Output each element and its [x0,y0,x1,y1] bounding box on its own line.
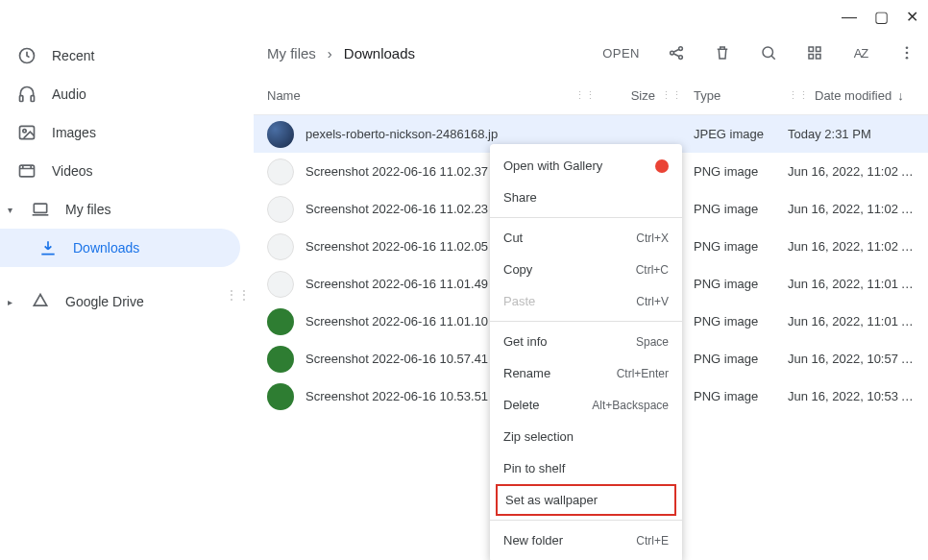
svg-rect-13 [809,55,814,60]
svg-rect-1 [20,96,23,102]
file-type: PNG image [682,314,788,329]
sidebar-item-label: Google Drive [65,294,144,309]
file-date: Jun 16, 2022, 11:01 A… [788,314,920,329]
sidebar-item-recent[interactable]: Recent [0,37,240,75]
window-controls: — ▢ ✕ [842,8,918,26]
sidebar-item-audio[interactable]: Audio [0,75,240,113]
file-type: PNG image [682,352,788,366]
file-date: Jun 16, 2022, 11:02 A… [788,164,920,179]
file-date: Today 2:31 PM [788,127,920,141]
sidebar-item-label: Audio [52,86,86,102]
sort-button[interactable]: AZ [851,43,870,62]
breadcrumb: My files › Downloads [267,45,602,61]
sidebar-item-label: My files [65,202,110,217]
svg-point-17 [906,57,909,60]
close-button[interactable]: ✕ [906,8,918,26]
search-icon[interactable] [759,43,778,62]
file-date: Jun 16, 2022, 10:57 A… [788,352,920,366]
chevron-down-icon: ▾ [4,205,15,215]
sidebar-item-label: Downloads [73,240,139,256]
image-icon [17,123,37,142]
delete-icon[interactable] [713,43,732,62]
column-headers: Name⋮⋮ Size⋮⋮ Type ⋮⋮Date modified↓ [254,77,928,115]
file-thumbnail [267,233,294,260]
header-type[interactable]: Type [694,88,720,103]
svg-point-4 [23,130,26,133]
file-thumbnail [267,271,294,298]
sidebar-item-label: Recent [52,48,94,63]
header-date[interactable]: Date modified [815,88,891,103]
sidebar-item-myfiles[interactable]: ▾ My files [0,190,240,229]
clock-icon [17,46,37,65]
menu-rename[interactable]: RenameCtrl+Enter [490,357,682,389]
svg-rect-12 [817,47,821,52]
header-size[interactable]: Size [631,88,655,103]
file-thumbnail [267,121,294,148]
drive-icon [31,292,50,311]
svg-rect-11 [809,47,814,52]
sidebar-item-downloads[interactable]: Downloads [0,229,240,267]
menu-open-gallery[interactable]: Open with Gallery [490,150,682,182]
file-date: Jun 16, 2022, 11:02 A… [788,239,920,254]
file-date: Jun 16, 2022, 11:02 A… [788,202,920,216]
menu-delete[interactable]: DeleteAlt+Backspace [490,389,682,421]
svg-point-10 [763,47,773,58]
open-button[interactable]: OPEN [602,46,640,61]
file-thumbnail [267,383,294,410]
header-name[interactable]: Name [267,88,301,103]
file-thumbnail [267,346,294,373]
menu-copy[interactable]: CopyCtrl+C [490,254,682,285]
menu-set-wallpaper[interactable]: Set as wallpaper [496,484,676,516]
menu-share[interactable]: Share [490,182,682,213]
chevron-right-icon: › [328,45,332,61]
file-type: JPEG image [682,127,788,141]
sidebar-item-googledrive[interactable]: ▸ Google Drive [0,282,240,321]
menu-separator [490,520,682,521]
sidebar: Recent Audio Images Videos ▾ My files Do… [0,29,240,329]
svg-point-16 [906,52,909,55]
context-menu: Open with Gallery Share CutCtrl+X CopyCt… [490,144,682,560]
chevron-right-icon: ▸ [4,297,15,307]
download-icon [38,238,58,257]
file-name: pexels-roberto-nickson-2486168.jp [305,127,615,141]
toolbar: My files › Downloads OPEN AZ [254,29,928,77]
file-thumbnail [267,308,294,335]
file-date: Jun 16, 2022, 10:53 A… [788,389,920,403]
breadcrumb-current: Downloads [344,45,415,61]
menu-separator [490,217,682,218]
menu-separator [490,321,682,322]
sort-arrow-down-icon: ↓ [897,88,904,103]
file-type: PNG image [682,389,788,403]
file-type: PNG image [682,202,788,216]
svg-point-15 [906,46,909,49]
menu-paste: PasteCtrl+V [490,285,682,317]
menu-cut[interactable]: CutCtrl+X [490,222,682,254]
column-resize-handle[interactable]: ⋮⋮ [661,89,682,102]
breadcrumb-parent[interactable]: My files [267,45,316,61]
sidebar-item-videos[interactable]: Videos [0,152,240,190]
headphones-icon [17,85,37,104]
menu-getinfo[interactable]: Get infoSpace [490,326,682,357]
file-thumbnail [267,158,294,185]
more-icon[interactable] [897,43,916,62]
column-resize-handle[interactable]: ⋮⋮ [788,89,809,102]
file-type: PNG image [682,239,788,254]
svg-rect-2 [31,96,34,102]
file-type: PNG image [682,164,788,179]
file-type: PNG image [682,277,788,291]
menu-zip[interactable]: Zip selection [490,421,682,452]
column-resize-handle[interactable]: ⋮⋮ [574,89,596,102]
share-icon[interactable] [667,43,686,62]
app-badge-icon [655,159,669,173]
sidebar-item-label: Videos [52,163,93,179]
sidebar-resize-handle[interactable]: ⋮⋮ [226,288,251,302]
sidebar-item-images[interactable]: Images [0,113,240,152]
grid-view-icon[interactable] [805,43,824,62]
file-date: Jun 16, 2022, 11:01 A… [788,277,920,291]
svg-rect-6 [34,204,46,212]
menu-pin[interactable]: Pin to shelf [490,452,682,484]
maximize-button[interactable]: ▢ [874,8,889,26]
file-thumbnail [267,196,294,223]
minimize-button[interactable]: — [842,9,857,26]
menu-newfolder[interactable]: New folderCtrl+E [490,524,682,556]
